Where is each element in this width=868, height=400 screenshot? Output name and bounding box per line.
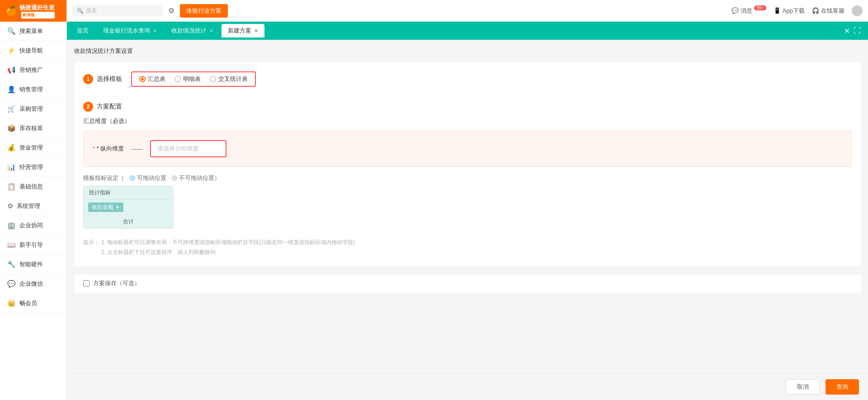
sidebar-item-purchase[interactable]: 🛒 采购管理: [0, 99, 66, 119]
tip2-text: 2. 点击标题栏下拉可设置排序、插入列和删除列: [101, 248, 216, 258]
stats-tag-label: 收款金额: [92, 203, 113, 211]
radio-group: 汇总表 明细表 交叉统计表: [139, 75, 248, 83]
user-item[interactable]: [852, 5, 863, 16]
step2-label: 方案配置: [97, 103, 122, 111]
tab-collection-stats-label: 收款情况统计: [171, 27, 207, 35]
stats-table: 统计指标 收款金额 ▼ 合计: [83, 186, 174, 229]
sidebar-item-label: 搜索菜单: [19, 27, 43, 35]
template-selection-box: 汇总表 明细表 交叉统计表: [131, 71, 256, 87]
sidebar-item-guide[interactable]: 📖 新手引导: [0, 235, 66, 255]
sidebar-item-basics[interactable]: 📋 基础信息: [0, 177, 66, 197]
sidebar-item-nav[interactable]: ⚡ 快捷导航: [0, 41, 66, 61]
movable-label: 可拖动位置: [137, 174, 166, 182]
main-card: 1 选择模板 汇总表 明细表: [74, 62, 861, 266]
sidebar-item-wechat[interactable]: 💬 企业微信: [0, 274, 66, 294]
radio-summary-circle: [139, 76, 146, 82]
sidebar-item-label: 企业微信: [19, 280, 43, 288]
stats-tag[interactable]: 收款金额 ▼: [88, 202, 123, 212]
step1-badge: 1: [83, 74, 93, 84]
sidebar-item-label: 基础信息: [19, 183, 43, 191]
footer: 取消 查询: [67, 373, 868, 400]
avatar: [852, 5, 863, 16]
purchase-icon: 🛒: [7, 105, 16, 113]
tip1-icon: 提示：: [83, 238, 99, 248]
tip2: 提示： 2. 点击标题栏下拉可设置排序、插入列和删除列: [83, 248, 852, 258]
page-title: 收款情况统计方案设置: [74, 47, 861, 55]
sidebar-item-search[interactable]: 🔍 搜索菜单: [0, 22, 66, 41]
messages-item[interactable]: 💬 消息 99+: [731, 7, 766, 15]
minimize-icon[interactable]: ✕: [844, 27, 850, 35]
download-label: App下载: [783, 7, 805, 15]
industry-btn[interactable]: 体验行业方案: [180, 4, 228, 18]
search-icon: 🔍: [77, 8, 84, 14]
dimension-row-label: * * 纵向维度: [93, 145, 124, 153]
topbar-right: 💬 消息 99+ 📱 App下载 🎧 在线客服: [731, 5, 863, 16]
dimension-select[interactable]: 请选择分组维度: [150, 140, 226, 157]
radio-cross-circle: [210, 76, 216, 82]
sidebar-item-inventory[interactable]: 📦 库存核算: [0, 119, 66, 138]
inventory-icon: 📦: [7, 124, 16, 132]
tab-bank-flow-label: 现金银行流水查询: [103, 27, 150, 35]
wechat-icon: 💬: [7, 280, 16, 288]
radio-cross[interactable]: 交叉统计表: [210, 75, 248, 83]
download-item[interactable]: 📱 App下载: [774, 7, 805, 15]
sidebar-item-sales[interactable]: 👤 销售管理: [0, 80, 66, 99]
tabbar-actions: ✕ ⛶: [844, 27, 864, 35]
fixed-indicator: 不可拖动位置）: [172, 174, 220, 182]
divider1: [83, 96, 852, 96]
sidebar-item-member[interactable]: 👑 畅会员: [0, 294, 66, 313]
tab-bank-flow[interactable]: 现金银行流水查询 ✕: [97, 24, 163, 38]
tab-collection-stats[interactable]: 收款情况统计 ✕: [165, 24, 220, 38]
settings-icon[interactable]: ⚙: [168, 6, 175, 15]
sidebar-item-system[interactable]: ⚙ 系统管理: [0, 197, 66, 216]
sidebar-item-label: 系统管理: [17, 202, 40, 210]
content-area: 收款情况统计方案设置 1 选择模板 汇总表: [67, 40, 868, 400]
step2-row: 2 方案配置: [83, 102, 852, 112]
maximize-icon[interactable]: ⛶: [854, 27, 861, 35]
sidebar-item-label: 智能硬件: [19, 260, 43, 268]
sidebar-item-hardware[interactable]: 🔧 智能硬件: [0, 255, 66, 274]
fixed-label: 不可拖动位置）: [179, 174, 220, 182]
service-item[interactable]: 🎧 在线客服: [812, 7, 844, 15]
radio-summary[interactable]: 汇总表: [139, 75, 165, 83]
radio-detail[interactable]: 明细表: [175, 75, 201, 83]
close-icon[interactable]: ✕: [254, 28, 258, 34]
app-logo: 🍊 畅捷通好生意 标准版: [0, 0, 66, 22]
marketing-icon: 📢: [7, 66, 16, 74]
hardware-icon: 🔧: [7, 260, 16, 268]
sidebar-item-marketing[interactable]: 📢 营销推广: [0, 61, 66, 80]
indicator-header: 模板指标设定（ 可拖动位置 不可拖动位置）: [83, 174, 852, 182]
close-icon[interactable]: ✕: [209, 28, 213, 34]
guide-icon: 📖: [7, 241, 16, 249]
basics-icon: 📋: [7, 183, 16, 191]
sidebar-item-label: 库存核算: [19, 124, 43, 132]
service-label: 在线客服: [821, 7, 844, 15]
radio-cross-label: 交叉统计表: [218, 75, 248, 83]
messages-badge: 99+: [754, 5, 766, 10]
save-row: 方案保存（可选）: [74, 273, 861, 293]
sales-icon: 👤: [7, 85, 16, 94]
tab-home[interactable]: 首页: [71, 24, 95, 38]
movable-indicator: 可拖动位置: [130, 174, 166, 182]
radio-detail-label: 明细表: [183, 75, 201, 83]
sidebar-item-label: 快捷导航: [19, 47, 43, 55]
sidebar-item-label: 畅会员: [19, 299, 37, 307]
close-icon[interactable]: ✕: [153, 28, 157, 34]
sidebar-item-operations[interactable]: 📊 经营管理: [0, 158, 66, 177]
dimension-row: * * 纵向维度 —— 请选择分组维度: [93, 140, 842, 157]
search-box[interactable]: 🔍 搜索: [72, 5, 163, 16]
system-icon: ⚙: [7, 202, 13, 210]
query-button[interactable]: 查询: [826, 379, 859, 395]
step1-row: 1 选择模板 汇总表 明细表: [83, 71, 852, 87]
cancel-button[interactable]: 取消: [786, 379, 820, 395]
step1-label: 选择模板: [97, 75, 122, 83]
member-icon: 👑: [7, 299, 16, 307]
search-icon: 🔍: [7, 27, 16, 35]
save-checkbox[interactable]: [83, 280, 90, 287]
sidebar-item-label: 资金管理: [19, 144, 43, 152]
save-label: 方案保存（可选）: [93, 279, 140, 287]
tab-new-plan[interactable]: 新建方案 ✕: [222, 24, 264, 38]
sidebar-item-finance[interactable]: 💰 资金管理: [0, 138, 66, 158]
sidebar-item-enterprise[interactable]: 🏢 企业协同: [0, 216, 66, 235]
app-name: 畅捷通好生意: [19, 4, 55, 12]
